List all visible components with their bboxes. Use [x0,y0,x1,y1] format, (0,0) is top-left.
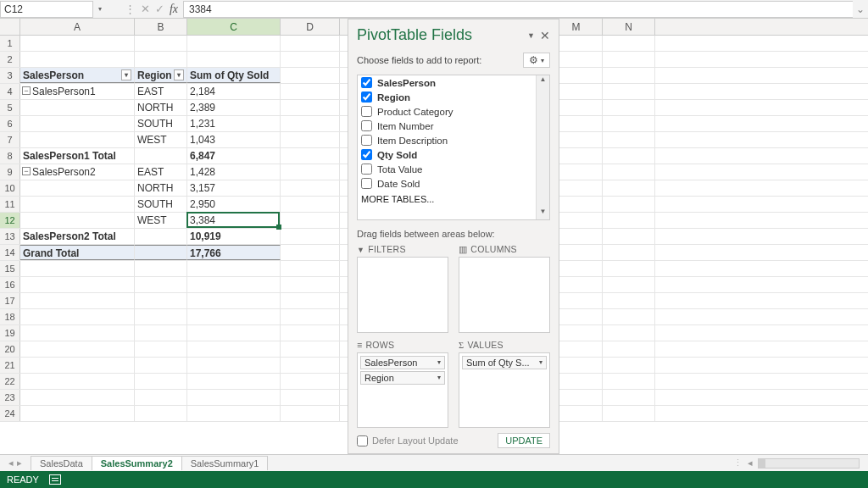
row-header-8[interactable]: 8 [0,148,20,164]
cell-N17[interactable] [603,293,655,308]
cell-A23[interactable] [20,390,135,405]
cell-A2[interactable] [20,52,135,67]
cell-B6[interactable]: SOUTH [135,116,187,131]
cell-D6[interactable] [281,116,340,131]
cell-N21[interactable] [603,358,655,373]
row-header-24[interactable]: 24 [0,406,20,421]
row-header-10[interactable]: 10 [0,180,20,196]
cell-A24[interactable] [20,406,135,421]
cell-C23[interactable] [187,390,281,405]
field-item-date-sold[interactable]: Date Sold [358,176,549,191]
cell-D9[interactable] [281,164,340,180]
cell-D7[interactable] [281,132,340,147]
row-header-22[interactable]: 22 [0,374,20,389]
filter-dropdown-icon[interactable]: ▾ [121,69,131,80]
cell-A6[interactable] [20,116,135,131]
cell-B12[interactable]: WEST [135,213,187,228]
cell-D24[interactable] [281,406,340,421]
column-header-N[interactable]: N [603,19,655,35]
field-checkbox[interactable] [361,178,372,189]
cell-A4[interactable]: −SalesPerson1 [20,84,135,99]
cell-C8[interactable]: 6,847 [187,148,281,164]
cell-N18[interactable] [603,309,655,324]
cell-N24[interactable] [603,406,655,421]
cell-B19[interactable] [135,325,187,341]
cell-B9[interactable]: EAST [135,164,187,180]
scroll-up-icon[interactable]: ▲ [537,75,549,87]
chevron-down-icon[interactable]: ▾ [437,358,441,366]
row-header-4[interactable]: 4 [0,84,20,99]
cell-B10[interactable]: NORTH [135,180,187,196]
cell-N5[interactable] [603,100,655,115]
cell-B5[interactable]: NORTH [135,100,187,115]
cell-A13[interactable]: SalesPerson2 Total [20,229,135,244]
cell-B20[interactable] [135,341,187,357]
cell-N9[interactable] [603,164,655,180]
cell-B15[interactable] [135,261,187,276]
cell-D13[interactable] [281,229,340,244]
horizontal-scrollbar[interactable] [758,458,860,469]
cell-N12[interactable] [603,213,655,228]
cell-B3[interactable]: Region▾ [135,68,187,83]
rows-dropzone[interactable]: SalesPerson▾Region▾ [357,352,448,429]
cell-B4[interactable]: EAST [135,84,187,99]
cell-B13[interactable] [135,229,187,244]
row-header-16[interactable]: 16 [0,277,20,292]
cell-A8[interactable]: SalesPerson1 Total [20,148,135,164]
cell-C20[interactable] [187,341,281,357]
cell-N2[interactable] [603,52,655,67]
close-icon[interactable]: ✕ [540,29,550,42]
filters-dropzone[interactable] [357,257,448,333]
name-box-dropdown[interactable]: ▾ [93,5,107,13]
sheet-tab-salessummary2[interactable]: SalesSummary2 [92,456,182,470]
cell-B18[interactable] [135,309,187,324]
field-item-qty-sold[interactable]: Qty Sold [358,147,549,162]
area-chip[interactable]: SalesPerson▾ [360,356,445,369]
cell-A15[interactable] [20,261,135,276]
column-header-C[interactable]: C [187,19,281,35]
area-chip[interactable]: Sum of Qty S...▾ [462,356,547,369]
cell-C22[interactable] [187,374,281,389]
field-item-tota-value[interactable]: Tota Value [358,162,549,176]
cell-C3[interactable]: Sum of Qty Sold [187,68,281,83]
row-header-12[interactable]: 12 [0,213,20,228]
formula-input[interactable]: 3384 [183,1,853,18]
cell-C6[interactable]: 1,231 [187,116,281,131]
hscroll-left-icon[interactable]: ◂ [748,458,753,469]
column-header-B[interactable]: B [135,19,187,35]
cell-D18[interactable] [281,309,340,324]
field-item-product-category[interactable]: Product Category [358,104,549,119]
cell-B24[interactable] [135,406,187,421]
cell-B11[interactable]: SOUTH [135,197,187,212]
field-checkbox[interactable] [361,120,372,131]
pivot-pane-options-dropdown[interactable]: ▼ [527,31,535,40]
cell-C21[interactable] [187,358,281,373]
cell-C7[interactable]: 1,043 [187,132,281,147]
cell-D11[interactable] [281,197,340,212]
cell-A22[interactable] [20,374,135,389]
tab-nav-prev-icon[interactable]: ◂ [8,458,14,469]
sheet-tab-salessummary1[interactable]: SalesSummary1 [181,456,269,470]
row-header-18[interactable]: 18 [0,309,20,324]
cell-B21[interactable] [135,358,187,373]
field-checkbox[interactable] [361,106,372,117]
field-checkbox[interactable] [361,164,372,175]
cell-B2[interactable] [135,52,187,67]
cell-A11[interactable] [20,197,135,212]
cell-A7[interactable] [20,132,135,147]
collapse-toggle[interactable]: − [22,86,31,95]
cell-B8[interactable] [135,148,187,164]
field-list-settings-button[interactable]: ▾ [523,53,550,68]
cell-N7[interactable] [603,132,655,147]
cell-C24[interactable] [187,406,281,421]
cell-A3[interactable]: SalesPerson▾ [20,68,135,83]
chevron-down-icon[interactable]: ▾ [539,358,542,366]
cell-A17[interactable] [20,293,135,308]
field-checkbox[interactable] [361,77,372,88]
row-header-3[interactable]: 3 [0,68,20,83]
cell-N22[interactable] [603,374,655,389]
cell-N16[interactable] [603,277,655,292]
row-header-7[interactable]: 7 [0,132,20,147]
cell-D1[interactable] [281,36,340,51]
more-tables-link[interactable]: MORE TABLES... [358,191,549,208]
